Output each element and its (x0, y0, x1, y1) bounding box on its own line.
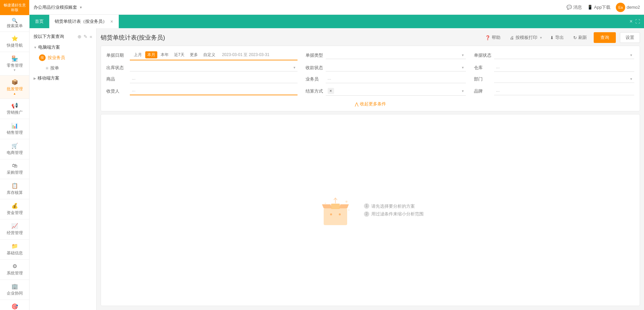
maximize-window-icon[interactable]: ⛶ (635, 19, 640, 24)
scheme-item-by-staff[interactable]: 按 按业务员 (30, 52, 96, 63)
warehouse-field[interactable]: ··· (494, 64, 634, 72)
message-btn[interactable]: 💬 消息 (567, 4, 582, 10)
settlement-tag-close[interactable]: × (330, 89, 332, 93)
help-icon: ❓ (485, 35, 490, 40)
date-tab-this-month[interactable]: 本月 (145, 51, 157, 58)
mobile-group-label: 移动端方案 (38, 75, 59, 81)
date-field[interactable]: 上月 本月 本年 近7天 更多 自定义 2023-03-01 至 2023-03… (130, 50, 298, 60)
empty-state: 1 请先选择要分析的方案 2 用过滤条件来缩小分析范围 (317, 192, 424, 228)
brand-field[interactable]: ··· (494, 87, 634, 95)
date-tab-last7days[interactable]: 近7天 (172, 51, 186, 58)
wholesale-label: 批发管理 (7, 86, 23, 92)
edit-scheme-icon[interactable]: ✎ (84, 34, 88, 39)
sidebar-item-retail[interactable]: 🏪 零售管理 ▼ (0, 52, 29, 75)
collapse-more-btn[interactable]: ⋀ 收起更多条件 (106, 99, 634, 107)
tab-home-label: 首页 (35, 18, 44, 24)
refresh-btn[interactable]: ↻ 刷新 (571, 33, 590, 42)
collapse-more-icon: ⋀ (355, 102, 359, 107)
date-tab-this-year[interactable]: 本年 (159, 51, 171, 58)
dept-arrow[interactable]: ▾ (630, 77, 632, 81)
tab-close-icon[interactable]: × (110, 19, 113, 24)
scheme-group-desktop-title[interactable]: ▼ 电脑端方案 (30, 42, 96, 52)
tab-window-controls: × ⛶ (626, 15, 644, 28)
app-download-btn[interactable]: 📱 App下载 (587, 4, 610, 10)
sidebar-item-quick-nav[interactable]: ⭐ 快捷导航 (0, 32, 29, 52)
collapse-panel-icon[interactable]: « (90, 34, 92, 39)
help-label: 帮助 (492, 35, 500, 41)
scheme-group-mobile-title[interactable]: ▶ 移动端方案 (30, 73, 96, 83)
scheme-by-order-label: 按单 (50, 65, 59, 71)
svg-point-2 (345, 201, 347, 203)
ecommerce-label: 电商管理 (7, 150, 23, 156)
logo-text: 畅捷通好生意 标版 (1, 3, 28, 12)
filter-panel: 单据日期 上月 本月 本年 近7天 更多 自定义 2023-03-01 至 20… (101, 46, 640, 111)
date-tab-custom[interactable]: 自定义 (201, 51, 217, 58)
consignee-dots: ··· (132, 88, 136, 93)
inventory-label: 库存核算 (7, 190, 23, 196)
query-button[interactable]: 查询 (594, 32, 616, 43)
sidebar-item-purchase[interactable]: 🛍 采购管理 (0, 159, 29, 179)
consignee-field[interactable]: ··· (130, 87, 298, 95)
sidebar-item-sales[interactable]: 📊 销售管理 (0, 119, 29, 139)
payment-arrow[interactable]: ▾ (462, 65, 464, 70)
sidebar-item-ecommerce[interactable]: 🛒 电商管理 (0, 139, 29, 159)
data-area: 1 请先选择要分析的方案 2 用过滤条件来缩小分析范围 (101, 114, 640, 306)
export-btn[interactable]: ⬇ 导出 (547, 33, 567, 42)
sidebar-item-system[interactable]: ⚙ 系统管理 (0, 260, 29, 280)
sales-label: 销售管理 (7, 130, 23, 136)
stock-out-arrow[interactable]: ▾ (293, 65, 296, 70)
print-dropdown-arrow[interactable]: ▾ (539, 34, 543, 41)
settlement-field[interactable]: × ▾ (326, 87, 466, 96)
sidebar-item-newbie[interactable]: 🎯 新手引导 (0, 300, 29, 310)
enterprise-label: 企业协同 (7, 291, 23, 296)
date-tab-more[interactable]: 更多 (188, 51, 200, 58)
sidebar-item-enterprise[interactable]: 🏢 企业协同 (0, 280, 29, 300)
sidebar-item-operation[interactable]: 📈 经营管理 (0, 219, 29, 240)
sales-icon: 📊 (11, 122, 18, 129)
product-field[interactable]: ··· (130, 75, 298, 83)
sidebar-item-wholesale[interactable]: 📦 批发管理 ▲ (0, 75, 29, 99)
sidebar-item-finance[interactable]: 💰 资金管理 (0, 199, 29, 219)
quick-nav-icon: ⭐ (11, 35, 18, 42)
company-name: 办公用品行业模拟账套 (34, 4, 77, 10)
order-status-field[interactable]: ▾ (494, 52, 634, 59)
sidebar-search[interactable]: 🔍 搜索菜单 (0, 15, 29, 32)
order-type-field[interactable]: ▾ (326, 52, 466, 59)
finance-label: 资金管理 (7, 210, 23, 216)
add-scheme-icon[interactable]: ⊕ (77, 34, 82, 39)
setting-button[interactable]: 设置 (620, 32, 640, 43)
empty-hint-1: 1 请先选择要分析的方案 (364, 202, 424, 210)
close-window-icon[interactable]: × (630, 18, 633, 24)
payment-label: 收款状态 (306, 65, 326, 71)
wholesale-icon: 📦 (11, 79, 18, 85)
order-type-arrow[interactable]: ▾ (462, 53, 464, 57)
page-title-bar: 销货单统计表(按业务员) ❓ 帮助 🖨 按模板打印 ▾ ⬇ (101, 32, 640, 43)
stock-out-field[interactable]: ▾ (130, 64, 298, 71)
tab-spacer (119, 15, 625, 28)
user-avatar-area[interactable]: Ea demo2 (616, 3, 640, 12)
tab-home[interactable]: 首页 (30, 15, 49, 28)
scheme-item-by-order[interactable]: ≡ 按单 (30, 63, 96, 73)
sidebar-item-basic[interactable]: 📁 基础信息 (0, 240, 29, 260)
purchase-icon: 🛍 (12, 163, 17, 169)
retail-label: 零售管理 (7, 63, 23, 68)
help-btn[interactable]: ❓ 帮助 (482, 33, 503, 42)
sidebar-item-marketing[interactable]: 📢 营销推广 (0, 99, 29, 119)
company-dropdown[interactable]: ▾ (80, 5, 82, 10)
sidebar-item-inventory[interactable]: 📋 库存核算 (0, 179, 29, 199)
filter-row-1: 单据日期 上月 本月 本年 近7天 更多 自定义 2023-03-01 至 20… (106, 50, 634, 60)
tab-sales-stat[interactable]: 销货单统计表（按业务员） × (49, 15, 119, 28)
payment-field[interactable]: ▾ (326, 64, 466, 71)
template-print-main[interactable]: 🖨 按模板打印 (507, 33, 539, 42)
dept-field[interactable]: ▾ (494, 75, 634, 83)
avatar: Ea (616, 3, 625, 12)
svg-point-4 (348, 209, 350, 211)
settlement-arrow[interactable]: ▾ (462, 89, 464, 93)
date-tab-last-month[interactable]: 上月 (132, 51, 144, 58)
hint-label-2: 用过滤条件来缩小分析范围 (371, 210, 424, 218)
warehouse-dots: ··· (496, 65, 500, 70)
staff-field[interactable]: ··· (326, 75, 466, 83)
order-status-arrow[interactable]: ▾ (630, 53, 632, 57)
search-label: 搜索菜单 (7, 23, 23, 29)
retail-arrow: ▼ (13, 68, 16, 72)
